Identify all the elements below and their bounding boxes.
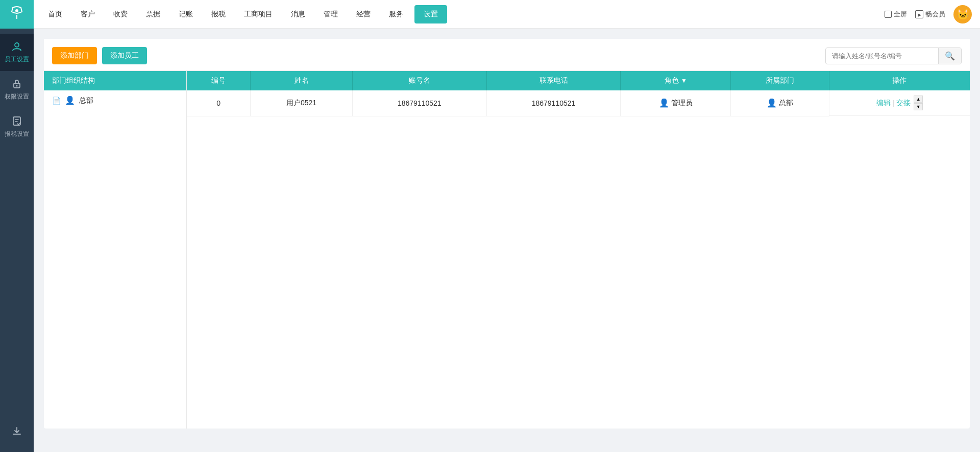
fullscreen-icon xyxy=(885,11,892,18)
download-icon xyxy=(11,425,22,437)
sidebar-item-download[interactable] xyxy=(0,418,34,444)
nav-item-tax[interactable]: 报税 xyxy=(202,0,235,28)
dept-item-label: 总部 xyxy=(79,96,93,105)
lock-icon xyxy=(11,78,22,89)
col-dept: 所属部门 xyxy=(731,71,829,90)
fullscreen-button[interactable]: 全屏 xyxy=(885,10,907,19)
sidebar-item-employee-settings[interactable]: 员工设置 xyxy=(0,34,34,71)
col-name: 姓名 xyxy=(251,71,353,90)
svg-point-1 xyxy=(15,43,19,47)
nav-right: 全屏 ▶ 畅会员 🐱 xyxy=(885,5,980,23)
toolbar: 添加部门 添加员工 🔍 xyxy=(44,39,970,70)
search-button[interactable]: 🔍 xyxy=(938,48,961,64)
dept-tree-header: 部门组织结构 xyxy=(44,71,186,90)
edit-link[interactable]: 编辑 xyxy=(876,99,891,108)
avatar[interactable]: 🐱 xyxy=(953,5,972,23)
file-icon: 📄 xyxy=(52,97,61,105)
member-button[interactable]: ▶ 畅会员 xyxy=(915,10,945,19)
employee-table: 编号 姓名 账号名 联系电话 角色 ▼ 所属部门 操作 xyxy=(187,71,970,116)
sidebar-item-label-permission: 权限设置 xyxy=(5,92,29,101)
sidebar-item-label-employee: 员工设置 xyxy=(5,55,29,64)
scroll-up-button[interactable]: ▲ xyxy=(914,96,923,103)
cell-phone: 18679110521 xyxy=(486,90,621,116)
svg-point-3 xyxy=(16,85,18,87)
employee-icon xyxy=(11,41,22,52)
fullscreen-label: 全屏 xyxy=(894,10,907,19)
cell-dept: 👤 总部 xyxy=(731,90,829,116)
search-icon: 🔍 xyxy=(945,52,955,60)
dept-user-icon: 👤 xyxy=(65,96,75,105)
cell-action: 编辑 | 交接 ▲ ▼ xyxy=(829,90,970,116)
nav-items: 首页 客户 收费 票据 记账 报税 工商项目 消息 管理 经营 服务 设置 xyxy=(34,0,885,28)
nav-item-operation[interactable]: 经营 xyxy=(347,0,380,28)
dept-user-icon-cell: 👤 xyxy=(767,98,777,108)
dept-tree-item[interactable]: 📄 👤 总部 xyxy=(44,90,186,110)
table-row: 0 用户0521 18679110521 18679110521 👤 管理员 xyxy=(187,90,970,116)
member-icon: ▶ xyxy=(915,10,923,18)
nav-item-settings[interactable]: 设置 xyxy=(414,5,447,23)
search-input[interactable] xyxy=(826,49,938,63)
sidebar-bottom xyxy=(0,418,34,452)
col-action: 操作 xyxy=(829,71,970,90)
main-content: 添加部门 添加员工 🔍 部门组织结构 📄 👤 总部 xyxy=(34,29,980,452)
transfer-link[interactable]: 交接 xyxy=(896,99,911,108)
add-emp-button[interactable]: 添加员工 xyxy=(102,47,147,64)
nav-item-business[interactable]: 工商项目 xyxy=(235,0,282,28)
nav-item-invoice[interactable]: 票据 xyxy=(137,0,169,28)
logo-area xyxy=(0,0,34,29)
dept-tree: 部门组织结构 📄 👤 总部 xyxy=(44,71,187,429)
col-account: 账号名 xyxy=(352,71,486,90)
tax-icon xyxy=(11,115,22,127)
content-card: 添加部门 添加员工 🔍 部门组织结构 📄 👤 总部 xyxy=(44,39,970,429)
action-separator: | xyxy=(893,99,895,107)
scroll-down-button[interactable]: ▼ xyxy=(914,103,923,110)
filter-icon: ▼ xyxy=(681,77,687,84)
nav-item-service[interactable]: 服务 xyxy=(380,0,412,28)
cell-number: 0 xyxy=(187,90,251,116)
nav-item-management[interactable]: 管理 xyxy=(314,0,347,28)
employee-table-area: 编号 姓名 账号名 联系电话 角色 ▼ 所属部门 操作 xyxy=(187,71,970,429)
top-navigation: 首页 客户 收费 票据 记账 报税 工商项目 消息 管理 经营 服务 设置 全屏… xyxy=(0,0,980,29)
nav-item-customer[interactable]: 客户 xyxy=(71,0,104,28)
nav-item-billing[interactable]: 收费 xyxy=(104,0,137,28)
dept-label: 总部 xyxy=(779,99,793,108)
sidebar-item-label-tax: 报税设置 xyxy=(5,130,29,138)
cell-name: 用户0521 xyxy=(251,90,353,116)
avatar-icon: 🐱 xyxy=(957,8,969,20)
sidebar-item-permission-settings[interactable]: 权限设置 xyxy=(0,71,34,108)
sidebar-item-tax-settings[interactable]: 报税设置 xyxy=(0,108,34,146)
member-label: 畅会员 xyxy=(925,10,945,19)
logo-icon xyxy=(9,5,25,24)
split-layout: 部门组织结构 📄 👤 总部 编号 姓名 账号名 联系电话 xyxy=(44,70,970,429)
sidebar: 员工设置 权限设置 报税设置 xyxy=(0,29,34,452)
col-role[interactable]: 角色 ▼ xyxy=(621,71,731,90)
role-label: 管理员 xyxy=(671,99,693,108)
role-user-icon: 👤 xyxy=(659,98,669,108)
col-number: 编号 xyxy=(187,71,251,90)
cell-account: 18679110521 xyxy=(352,90,486,116)
nav-item-accounting[interactable]: 记账 xyxy=(169,0,202,28)
col-role-label: 角色 xyxy=(665,76,679,85)
cell-role: 👤 管理员 xyxy=(621,90,731,116)
search-area: 🔍 xyxy=(825,47,962,64)
nav-item-message[interactable]: 消息 xyxy=(282,0,314,28)
svg-point-0 xyxy=(15,9,18,12)
add-dept-button[interactable]: 添加部门 xyxy=(52,47,97,64)
nav-item-home[interactable]: 首页 xyxy=(39,0,71,28)
col-phone: 联系电话 xyxy=(486,71,621,90)
